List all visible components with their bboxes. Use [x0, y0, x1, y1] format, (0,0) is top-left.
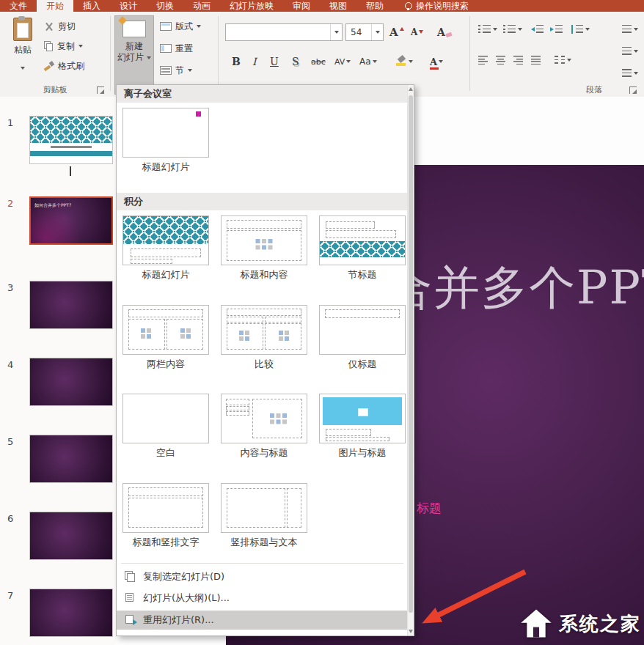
- layout-option-title-and-vertical-text[interactable]: 标题和竖排文字: [122, 483, 209, 548]
- slide-1-thumbnail[interactable]: [29, 116, 113, 164]
- section-button[interactable]: 节: [160, 63, 192, 78]
- slide-4-thumbnail[interactable]: [29, 358, 113, 406]
- clipboard-dialog-launcher-icon[interactable]: [97, 86, 104, 94]
- slide-6-thumbnail[interactable]: [29, 512, 113, 560]
- tab-help[interactable]: 帮助: [356, 0, 393, 12]
- copy-button[interactable]: 复制: [44, 39, 83, 54]
- decrease-font-size-button[interactable]: A: [411, 23, 423, 41]
- slide-item-1[interactable]: 1: [0, 116, 116, 166]
- powerpoint-window: 文件 开始 插入 设计 切换 动画 幻灯片放映 审阅 视图 帮助 操作说明搜索 …: [0, 0, 644, 645]
- text-shadow-button[interactable]: S: [292, 53, 299, 70]
- tab-design[interactable]: 设计: [110, 0, 147, 12]
- scroll-down-icon[interactable]: [409, 630, 413, 633]
- cut-button[interactable]: 剪切: [44, 19, 76, 34]
- format-painter-button[interactable]: 格式刷: [44, 59, 84, 73]
- align-right-icon: [513, 56, 523, 64]
- slide-item-6[interactable]: 6: [0, 512, 116, 561]
- reset-button[interactable]: 重置: [160, 41, 193, 56]
- numbered-list-icon: [503, 25, 516, 34]
- italic-button[interactable]: I: [252, 53, 257, 70]
- font-size-value: 54: [346, 27, 371, 37]
- layout-option-section-header[interactable]: 节标题: [319, 215, 406, 281]
- slide-3-thumbnail[interactable]: [29, 281, 113, 329]
- numbering-button[interactable]: [503, 22, 522, 37]
- slide-subtitle-text[interactable]: 标题: [417, 500, 442, 517]
- chevron-down-icon: [334, 31, 339, 34]
- font-size-combobox[interactable]: 54: [345, 23, 384, 41]
- layout-button[interactable]: 版式: [160, 19, 201, 34]
- increase-font-icon: A: [389, 26, 404, 39]
- paste-button[interactable]: 粘贴: [6, 16, 40, 86]
- increase-indent-button[interactable]: [550, 22, 563, 37]
- tab-slideshow[interactable]: 幻灯片放映: [220, 0, 283, 12]
- scroll-up-icon[interactable]: [409, 87, 413, 91]
- text-highlight-button[interactable]: [396, 53, 413, 70]
- tell-me-search[interactable]: 操作说明搜索: [405, 0, 469, 12]
- tab-transitions[interactable]: 切换: [147, 0, 183, 12]
- text-direction-button[interactable]: [622, 22, 638, 37]
- decrease-indent-button[interactable]: [531, 22, 544, 37]
- scrollbar-thumb[interactable]: [409, 95, 413, 613]
- underline-button[interactable]: U: [270, 53, 279, 70]
- menu-item-slides-from-outline[interactable]: 幻灯片(从大纲)(L)...: [117, 589, 407, 608]
- increase-indent-icon: [550, 25, 563, 34]
- chevron-down-icon: [634, 28, 638, 31]
- tab-review[interactable]: 审阅: [283, 0, 320, 12]
- decrease-indent-icon: [531, 25, 544, 34]
- slide-item-7[interactable]: 7: [0, 589, 116, 638]
- tab-file[interactable]: 文件: [0, 0, 37, 12]
- layout-thumbnail: [122, 108, 209, 158]
- layout-option-picture-with-caption[interactable]: 图片与标题: [319, 394, 406, 459]
- tab-view[interactable]: 视图: [320, 0, 356, 12]
- bold-button[interactable]: B: [232, 53, 241, 70]
- layout-thumbnail: [122, 305, 209, 355]
- font-name-combobox[interactable]: [225, 23, 343, 41]
- font-color-icon: A: [430, 56, 437, 67]
- menu-item-duplicate-selected-slides[interactable]: 复制选定幻灯片(D): [117, 567, 407, 586]
- change-case-button[interactable]: Aa: [359, 53, 377, 70]
- chevron-down-icon: [634, 50, 638, 53]
- strikethrough-button[interactable]: abc: [311, 53, 326, 70]
- bullets-button[interactable]: [478, 22, 497, 37]
- slide-2-thumbnail[interactable]: 如何合并多个PPT?: [29, 196, 113, 245]
- layout-thumbnail: [122, 483, 209, 533]
- slide-item-4[interactable]: 4: [0, 358, 116, 408]
- slide-item-2[interactable]: 2 如何合并多个PPT?: [0, 196, 116, 246]
- slide-5-thumbnail[interactable]: [29, 435, 113, 483]
- layout-option-two-content[interactable]: 两栏内容: [122, 305, 209, 370]
- convert-smartart-button[interactable]: [622, 66, 638, 81]
- slide-7-thumbnail[interactable]: [29, 589, 113, 637]
- slide-number: 3: [7, 282, 13, 293]
- slide-item-5[interactable]: 5: [0, 435, 116, 484]
- columns-button[interactable]: [555, 53, 571, 67]
- justify-button[interactable]: [531, 53, 541, 67]
- layout-option-vertical-title-and-text[interactable]: 竖排标题与文本: [221, 483, 307, 548]
- tab-insert[interactable]: 插入: [73, 0, 110, 12]
- align-right-button[interactable]: [513, 53, 523, 67]
- align-left-button[interactable]: [478, 53, 488, 67]
- line-spacing-button[interactable]: [571, 22, 590, 37]
- clipboard-group-label: 剪贴板: [0, 84, 110, 95]
- dropdown-scrollbar[interactable]: [407, 85, 414, 635]
- layout-option-title-only[interactable]: 仅标题: [319, 305, 406, 370]
- slide-item-3[interactable]: 3: [0, 281, 116, 331]
- clear-formatting-button[interactable]: A: [437, 23, 451, 41]
- font-color-button[interactable]: A: [430, 53, 443, 70]
- layout-option-title-slide[interactable]: 标题幻灯片: [122, 215, 209, 281]
- tab-animations[interactable]: 动画: [183, 0, 220, 12]
- layout-option-blank[interactable]: 空白: [122, 394, 209, 459]
- menu-item-reuse-slides[interactable]: 重用幻灯片(R)...: [117, 611, 407, 630]
- tab-home[interactable]: 开始: [37, 0, 73, 12]
- new-slide-button[interactable]: 新建 幻灯片: [114, 15, 154, 95]
- character-spacing-button[interactable]: AV: [334, 53, 351, 70]
- paragraph-dialog-launcher-icon[interactable]: [629, 86, 637, 94]
- layout-option-title-and-content[interactable]: 标题和内容: [221, 215, 307, 281]
- layout-option-ion-title-slide[interactable]: 标题幻灯片: [122, 108, 209, 173]
- align-text-button[interactable]: [622, 44, 638, 59]
- layout-thumbnail: [221, 483, 307, 533]
- layout-option-content-with-caption[interactable]: 内容与标题: [221, 394, 307, 459]
- align-center-button[interactable]: [496, 53, 505, 67]
- increase-font-size-button[interactable]: A: [389, 23, 404, 41]
- slide-insert-caret: [70, 166, 71, 176]
- layout-option-comparison[interactable]: 比较: [221, 305, 307, 370]
